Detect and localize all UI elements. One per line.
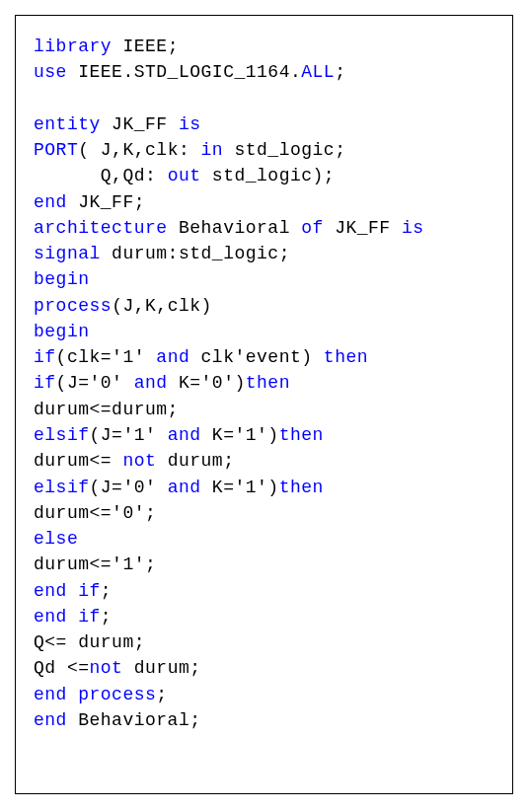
code-line: Qd <=not durum; <box>34 655 494 681</box>
code-line: durum<='0'; <box>34 500 494 526</box>
code-line: begin <box>34 319 494 344</box>
code-line: elsif(J='0' and K='1')then <box>34 475 494 500</box>
code-token: (J='0' <box>90 478 168 497</box>
code-line: PORT( J,K,clk: in std_logic; <box>34 137 494 163</box>
keyword-token: end <box>34 685 67 704</box>
code-line: end if; <box>34 578 494 604</box>
code-token: durum; <box>156 451 234 471</box>
keyword-token: then <box>246 373 290 393</box>
code-token <box>67 607 78 627</box>
keyword-token: end <box>34 710 67 730</box>
code-token <box>67 685 78 704</box>
keyword-token: if <box>34 373 56 393</box>
code-line: end if; <box>34 604 494 629</box>
code-line: if(J='0' and K='0')then <box>34 370 494 396</box>
keyword-token: begin <box>34 269 90 289</box>
code-line <box>34 86 494 111</box>
code-token: IEEE; <box>112 37 179 56</box>
keyword-token: of <box>301 218 324 238</box>
code-line: architecture Behavioral of JK_FF is <box>34 215 494 241</box>
code-token: std_logic; <box>223 140 345 160</box>
code-line: durum<= not durum; <box>34 448 494 474</box>
keyword-token: process <box>78 685 156 704</box>
code-token: K='1') <box>201 425 279 445</box>
code-token: IEEE.STD_LOGIC_1164. <box>67 62 301 82</box>
keyword-token: elsif <box>34 478 90 497</box>
keyword-token: elsif <box>34 425 90 445</box>
code-line: end process; <box>34 682 494 707</box>
code-line: Q,Qd: out std_logic); <box>34 163 494 188</box>
code-token: Qd <= <box>34 658 90 678</box>
code-token: durum; <box>122 658 200 678</box>
code-line: elsif(J='1' and K='1')then <box>34 422 494 448</box>
code-line: if(clk='1' and clk'event) then <box>34 344 494 370</box>
keyword-token: in <box>201 140 224 160</box>
code-token: Q<= durum; <box>34 632 145 652</box>
keyword-token: end <box>34 192 67 212</box>
keyword-token: then <box>279 425 324 445</box>
code-line: end JK_FF; <box>34 189 494 215</box>
code-line: durum<='1'; <box>34 552 494 577</box>
code-token: ; <box>335 62 345 82</box>
code-token: Behavioral <box>168 218 302 238</box>
keyword-token: if <box>34 347 56 367</box>
code-token: (clk='1' <box>56 347 157 367</box>
keyword-token: signal <box>34 244 101 263</box>
keyword-token: else <box>34 529 78 549</box>
code-token: durum<=durum; <box>34 400 179 419</box>
code-line: process(J,K,clk) <box>34 293 494 319</box>
keyword-token: then <box>279 478 324 497</box>
keyword-token: and <box>156 347 189 367</box>
keyword-token: library <box>34 37 112 56</box>
keyword-token: end <box>34 607 67 627</box>
keyword-token: if <box>78 607 101 627</box>
keyword-token: not <box>122 451 156 471</box>
code-line: signal durum:std_logic; <box>34 241 494 266</box>
code-token: JK_FF <box>101 114 179 134</box>
code-token: durum<='1'; <box>34 554 156 574</box>
keyword-token: out <box>168 166 201 185</box>
keyword-token: is <box>402 218 424 238</box>
code-token <box>34 89 44 109</box>
code-line: begin <box>34 266 494 292</box>
code-token <box>67 581 78 601</box>
code-line: durum<=durum; <box>34 397 494 422</box>
code-line: end Behavioral; <box>34 707 494 733</box>
code-token: durum:std_logic; <box>101 244 290 263</box>
code-token: std_logic); <box>201 166 336 185</box>
code-line: library IEEE; <box>34 34 494 59</box>
keyword-token: entity <box>34 114 101 134</box>
code-token: Q,Qd: <box>34 166 168 185</box>
code-token: K='1') <box>201 478 279 497</box>
code-token: JK_FF; <box>67 192 145 212</box>
keyword-token: and <box>168 478 201 497</box>
code-token: durum<='0'; <box>34 503 156 523</box>
keyword-token: not <box>90 658 123 678</box>
code-token: durum<= <box>34 451 122 471</box>
code-token: ; <box>156 685 167 704</box>
keyword-token: use <box>34 62 67 82</box>
keyword-token: PORT <box>34 140 78 160</box>
code-token: ; <box>101 581 112 601</box>
code-token: ( J,K,clk: <box>78 140 200 160</box>
code-token: Behavioral; <box>67 710 201 730</box>
keyword-token: and <box>134 373 168 393</box>
code-line: entity JK_FF is <box>34 111 494 137</box>
keyword-token: then <box>324 347 368 367</box>
keyword-token: is <box>179 114 201 134</box>
code-token: clk'event) <box>189 347 324 367</box>
code-token: (J='1' <box>90 425 168 445</box>
code-token: ; <box>101 607 112 627</box>
code-token: (J='0' <box>56 373 134 393</box>
keyword-token: begin <box>34 322 90 341</box>
code-line: Q<= durum; <box>34 629 494 655</box>
keyword-token: architecture <box>34 218 168 238</box>
keyword-token: and <box>168 425 201 445</box>
code-token: K='0') <box>168 373 246 393</box>
code-token: JK_FF <box>324 218 402 238</box>
keyword-token: end <box>34 581 67 601</box>
code-line: else <box>34 526 494 552</box>
keyword-token: if <box>78 581 101 601</box>
code-line: use IEEE.STD_LOGIC_1164.ALL; <box>34 59 494 85</box>
keyword-token: process <box>34 296 112 316</box>
